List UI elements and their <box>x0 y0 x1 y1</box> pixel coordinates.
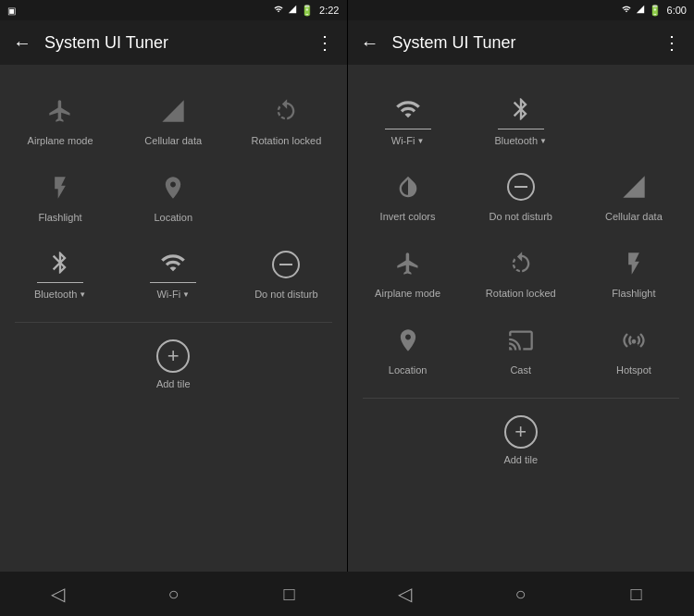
add-tile-icon-left: + <box>156 339 190 373</box>
tile-rotation-locked[interactable]: Rotation locked <box>229 80 342 156</box>
tile-hotspot[interactable]: Hotspot <box>577 309 690 386</box>
screen-left: ▣ 🔋 2:22 ← System UI Tuner ⋮ <box>0 0 348 572</box>
tile-label-flashlight-r: Flashlight <box>612 288 655 300</box>
do-not-disturb-icon <box>267 246 304 283</box>
nav-bar-right: ◁ ○ □ <box>347 572 694 616</box>
time-right: 6:00 <box>667 5 687 16</box>
tile-bluetooth[interactable]: Bluetooth ▼ <box>4 233 117 310</box>
bottom-nav-container: ◁ ○ □ ◁ ○ □ <box>0 572 694 616</box>
tile-label-location-r: Location <box>389 364 428 376</box>
screen-right: 🔋 6:00 ← System UI Tuner ⋮ Wi-Fi ▼ <box>348 0 695 572</box>
invert-colors-icon <box>390 168 427 205</box>
recents-nav-right[interactable]: □ <box>614 572 659 616</box>
home-nav-right[interactable]: ○ <box>499 572 543 616</box>
app-bar-left: ← System UI Tuner ⋮ <box>0 20 347 65</box>
add-tile-label-left: Add tile <box>156 378 191 390</box>
tile-invert-colors[interactable]: Invert colors <box>352 155 465 232</box>
tile-location-right[interactable]: Location <box>352 309 465 386</box>
tile-cellular-right[interactable]: Cellular data <box>577 155 690 232</box>
tile-dnd-right[interactable]: Do not disturb <box>465 155 577 232</box>
android-notification-icon: ▣ <box>7 6 16 16</box>
cast-icon <box>502 322 539 359</box>
signal-status-icon-r <box>636 5 645 16</box>
tile-wifi[interactable]: Wi-Fi ▼ <box>117 233 229 310</box>
flashlight-icon <box>42 169 79 206</box>
tile-label-invert: Invert colors <box>380 211 436 223</box>
battery-status-icon-r: 🔋 <box>649 5 662 17</box>
tile-do-not-disturb[interactable]: Do not disturb <box>229 233 342 310</box>
divider-right <box>363 398 680 399</box>
back-button-left[interactable]: ← <box>11 32 33 54</box>
tile-label-cellular-r: Cellular data <box>605 211 663 223</box>
wifi-tile-icon-r <box>385 92 431 129</box>
bluetooth-tile-icon-r <box>498 92 544 129</box>
tile-bluetooth-right[interactable]: Bluetooth ▼ <box>465 80 577 155</box>
content-left: Airplane mode Cellular data Rotation loc… <box>0 65 347 572</box>
menu-button-left[interactable]: ⋮ <box>314 31 336 54</box>
tile-label-cellular: Cellular data <box>144 135 202 147</box>
add-tile-right[interactable]: + Add tile <box>348 402 695 475</box>
tile-cellular-data[interactable]: Cellular data <box>117 80 229 156</box>
cellular-icon-r <box>615 168 652 205</box>
tile-grid-left: Airplane mode Cellular data Rotation loc… <box>0 72 347 318</box>
tile-wifi-right[interactable]: Wi-Fi ▼ <box>352 80 465 155</box>
airplane-mode-icon <box>42 92 79 129</box>
add-tile-icon-right: + <box>504 415 538 449</box>
dnd-icon-r <box>502 168 539 205</box>
nav-bar-left: ◁ ○ □ <box>0 572 347 616</box>
hotspot-icon <box>615 322 652 359</box>
tile-label-flashlight: Flashlight <box>39 212 82 224</box>
tile-grid-right: Wi-Fi ▼ Bluetooth ▼ <box>348 72 695 394</box>
cellular-data-icon <box>155 92 192 129</box>
tile-label-airplane: Airplane mode <box>28 135 93 147</box>
rotation-icon-r <box>502 245 539 282</box>
wifi-tile-icon <box>150 246 196 283</box>
tile-airplane-mode[interactable]: Airplane mode <box>4 80 117 156</box>
bluetooth-icon <box>37 246 83 283</box>
location-icon-r <box>390 322 427 359</box>
page-title-right: System UI Tuner <box>392 33 651 53</box>
tile-label-dnd: Do not disturb <box>254 289 317 301</box>
back-nav-left[interactable]: ◁ <box>36 572 81 616</box>
status-bar-left: ▣ 🔋 2:22 <box>0 0 347 20</box>
tile-label-wifi: Wi-Fi ▼ <box>156 289 190 300</box>
back-nav-right[interactable]: ◁ <box>383 572 428 616</box>
airplane-icon-r <box>390 245 427 282</box>
tile-flashlight[interactable]: Flashlight <box>4 156 117 233</box>
location-icon <box>155 169 192 206</box>
battery-status-icon: 🔋 <box>301 5 314 17</box>
status-bar-right: 🔋 6:00 <box>348 0 695 20</box>
tile-label-rotation-r: Rotation locked <box>486 288 556 300</box>
recents-nav-left[interactable]: □ <box>267 572 312 616</box>
time-left: 2:22 <box>319 5 339 16</box>
menu-button-right[interactable]: ⋮ <box>661 31 683 54</box>
tile-label-hotspot: Hotspot <box>616 364 651 376</box>
tile-rotation-right[interactable]: Rotation locked <box>465 232 577 309</box>
tile-location[interactable]: Location <box>117 156 229 233</box>
tile-flashlight-right[interactable]: Flashlight <box>577 232 690 309</box>
signal-status-icon <box>288 5 297 16</box>
content-right: Wi-Fi ▼ Bluetooth ▼ <box>348 65 695 572</box>
flashlight-icon-r <box>615 245 652 282</box>
wifi-status-icon <box>273 5 284 16</box>
app-bar-right: ← System UI Tuner ⋮ <box>348 20 695 65</box>
home-nav-left[interactable]: ○ <box>152 572 196 616</box>
rotation-locked-icon <box>267 92 304 129</box>
tile-empty-1 <box>229 156 342 233</box>
tile-empty-r1 <box>577 80 690 155</box>
tile-label-dnd-r: Do not disturb <box>490 211 552 223</box>
add-tile-left[interactable]: + Add tile <box>0 326 347 400</box>
wifi-status-icon-r <box>621 5 632 16</box>
tile-label-airplane-r: Airplane mode <box>375 288 440 300</box>
add-tile-label-right: Add tile <box>503 454 538 466</box>
divider-left <box>15 322 332 323</box>
back-button-right[interactable]: ← <box>359 32 381 54</box>
tile-cast[interactable]: Cast <box>465 309 577 386</box>
tile-label-rotation: Rotation locked <box>251 135 321 147</box>
tile-airplane-right[interactable]: Airplane mode <box>352 232 465 309</box>
page-title-left: System UI Tuner <box>44 33 303 53</box>
tile-label-location: Location <box>154 212 192 224</box>
tile-label-cast: Cast <box>510 364 531 376</box>
tile-label-bluetooth: Bluetooth ▼ <box>34 289 86 300</box>
